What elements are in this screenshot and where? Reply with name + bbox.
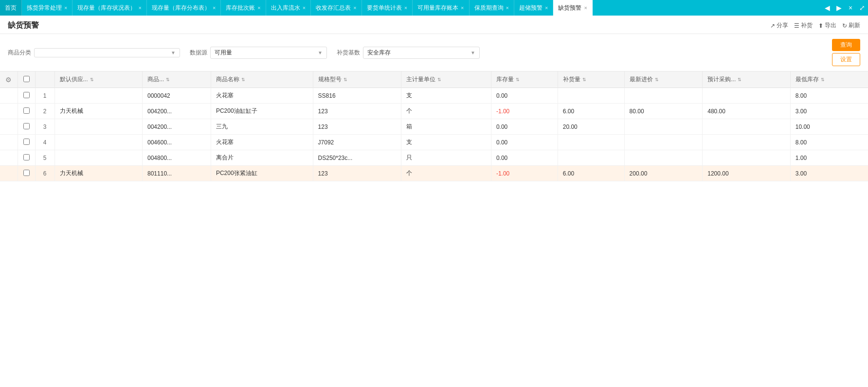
tab-exception[interactable]: 拣货异常处理 × bbox=[22, 0, 72, 16]
replenish-button[interactable]: ☰ 补货 bbox=[794, 21, 813, 30]
col-replenish-header[interactable]: 补货量 ⇅ bbox=[558, 71, 624, 88]
col-unit-header[interactable]: 主计量单位 ⇅ bbox=[401, 71, 491, 88]
row-checkbox-4[interactable] bbox=[23, 154, 30, 160]
tab-close-inventory-dist[interactable]: × bbox=[213, 5, 216, 11]
row-checkbox-3[interactable] bbox=[23, 139, 30, 145]
tab-receipt[interactable]: 收发存汇总表 × bbox=[311, 0, 362, 16]
row-code-3: 004600... bbox=[143, 135, 211, 150]
datasource-select[interactable]: 可用量 ▼ bbox=[210, 47, 327, 59]
tab-label-expiry: 保质期查询 bbox=[474, 4, 504, 12]
row-stock-0: 0.00 bbox=[491, 88, 558, 104]
col-product-name-header[interactable]: 商品名称 ⇅ bbox=[211, 71, 313, 88]
row-checkbox-1[interactable] bbox=[23, 107, 30, 114]
tab-close-expiry[interactable]: × bbox=[506, 5, 509, 11]
row-replenish-4 bbox=[558, 150, 624, 166]
row-gear-4 bbox=[0, 150, 18, 166]
refresh-button[interactable]: ↻ 刷新 bbox=[842, 21, 860, 30]
col-min-stock-header[interactable]: 最低库存 ⇅ bbox=[790, 71, 868, 88]
sort-stock-icon: ⇅ bbox=[516, 77, 520, 82]
tab-batch[interactable]: 库存批次账 × bbox=[221, 0, 266, 16]
replenish-label: 补货基数 bbox=[337, 49, 360, 57]
col-default-supplier-header[interactable]: 默认供应... ⇅ bbox=[54, 71, 143, 88]
tab-flow[interactable]: 出入库流水 × bbox=[266, 0, 311, 16]
share-button[interactable]: ↗ 分享 bbox=[770, 21, 788, 30]
refresh-icon: ↻ bbox=[842, 22, 847, 29]
tab-inventory-dist[interactable]: 现存量（库存分布表） × bbox=[147, 0, 221, 16]
sort-price-icon: ⇅ bbox=[655, 77, 659, 82]
row-supplier-1: 力天机械 bbox=[54, 104, 143, 119]
col-check-header bbox=[18, 71, 35, 88]
tab-expiry[interactable]: 保质期查询 × bbox=[470, 0, 514, 16]
table-row: 2 力天机械 004200... PC200油缸缸子 123 个 -1.00 6… bbox=[0, 104, 868, 119]
row-price-4 bbox=[624, 150, 703, 166]
col-gear-header: ⚙ bbox=[0, 71, 18, 88]
table-row: 1 0000042 火花塞 SS816 支 0.00 8.00 bbox=[0, 88, 868, 104]
col-stock-header[interactable]: 库存量 ⇅ bbox=[491, 71, 558, 88]
tab-close-flow[interactable]: × bbox=[303, 5, 306, 11]
tab-close-inventory-status[interactable]: × bbox=[138, 5, 141, 11]
tab-overstock[interactable]: 超储预警 × bbox=[514, 0, 553, 16]
row-name-0: 火花塞 bbox=[211, 88, 313, 104]
tab-label-overstock: 超储预警 bbox=[519, 4, 542, 12]
tab-demand[interactable]: 要货单统计表 × bbox=[362, 0, 413, 16]
category-label: 商品分类 bbox=[8, 49, 31, 57]
tab-next-btn[interactable]: ▶ bbox=[833, 0, 845, 16]
tab-close-shortage[interactable]: × bbox=[584, 5, 587, 11]
col-latest-price-header[interactable]: 最新进价 ⇅ bbox=[624, 71, 703, 88]
row-checkbox-2[interactable] bbox=[23, 123, 30, 129]
tab-close-receipt[interactable]: × bbox=[353, 5, 356, 11]
row-code-4: 004800... bbox=[143, 150, 211, 166]
col-forecast-header[interactable]: 预计采购... ⇅ bbox=[703, 71, 791, 88]
row-name-5: PC200张紧油缸 bbox=[211, 166, 313, 181]
query-button[interactable]: 查询 bbox=[832, 39, 860, 51]
tab-label-home: 首页 bbox=[5, 4, 17, 12]
replenish-filter-group: 补货基数 安全库存 ▼ bbox=[337, 47, 480, 59]
row-forecast-3 bbox=[703, 135, 791, 150]
row-gear-1 bbox=[0, 104, 18, 119]
table-header-row: ⚙ 默认供应... ⇅ 商品... bbox=[0, 71, 868, 88]
tab-home[interactable]: 首页 bbox=[0, 0, 22, 16]
sort-supplier-icon: ⇅ bbox=[90, 77, 94, 82]
row-replenish-5: 6.00 bbox=[558, 166, 624, 181]
row-supplier-0 bbox=[54, 88, 143, 104]
tab-close-overstock[interactable]: × bbox=[545, 5, 548, 11]
tab-close-demand[interactable]: × bbox=[404, 5, 407, 11]
tab-prev-btn[interactable]: ◀ bbox=[821, 0, 833, 16]
row-num-5: 6 bbox=[35, 166, 54, 181]
row-num-3: 4 bbox=[35, 135, 54, 150]
sort-spec-icon: ⇅ bbox=[344, 77, 347, 82]
tab-available[interactable]: 可用量库存账本 × bbox=[413, 0, 469, 16]
tab-close-available[interactable]: × bbox=[461, 5, 464, 11]
gear-icon[interactable]: ⚙ bbox=[5, 76, 12, 84]
row-num-4: 5 bbox=[35, 150, 54, 166]
row-stock-1: -1.00 bbox=[491, 104, 558, 119]
page-header: 缺货预警 ↗ 分享 ☰ 补货 ⬆ 导出 ↻ 刷新 bbox=[0, 16, 868, 34]
row-spec-1: 123 bbox=[313, 104, 401, 119]
row-spec-5: 123 bbox=[313, 166, 401, 181]
row-unit-0: 支 bbox=[401, 88, 491, 104]
header-actions: ↗ 分享 ☰ 补货 ⬆ 导出 ↻ 刷新 bbox=[770, 21, 860, 30]
row-unit-5: 个 bbox=[401, 166, 491, 181]
row-checkbox-5[interactable] bbox=[23, 170, 30, 176]
select-all-checkbox[interactable] bbox=[23, 76, 30, 82]
tab-fullscreen-btn[interactable]: ⤢ bbox=[856, 0, 868, 16]
row-checkbox-0[interactable] bbox=[23, 92, 30, 98]
category-select[interactable]: ▼ bbox=[34, 48, 180, 57]
tab-shortage[interactable]: 缺货预警 × bbox=[553, 0, 592, 16]
tab-close-batch[interactable]: × bbox=[257, 5, 260, 11]
tab-close-exception[interactable]: × bbox=[64, 5, 67, 11]
table-row: 4 004600... 火花塞 J7092 支 0.00 8.00 bbox=[0, 135, 868, 150]
row-replenish-0 bbox=[558, 88, 624, 104]
row-name-2: 三九 bbox=[211, 119, 313, 135]
col-product-code-header[interactable]: 商品... ⇅ bbox=[143, 71, 211, 88]
sort-name-icon: ⇅ bbox=[241, 77, 245, 82]
replenish-select[interactable]: 安全库存 ▼ bbox=[363, 47, 480, 59]
row-forecast-4 bbox=[703, 150, 791, 166]
export-button[interactable]: ⬆ 导出 bbox=[818, 21, 836, 30]
setting-button[interactable]: 设置 bbox=[832, 53, 860, 66]
col-spec-header[interactable]: 规格型号 ⇅ bbox=[313, 71, 401, 88]
row-forecast-0 bbox=[703, 88, 791, 104]
tab-inventory-status[interactable]: 现存量（库存状况表） × bbox=[72, 0, 146, 16]
tab-close-all-btn[interactable]: × bbox=[845, 0, 856, 16]
row-gear-0 bbox=[0, 88, 18, 104]
